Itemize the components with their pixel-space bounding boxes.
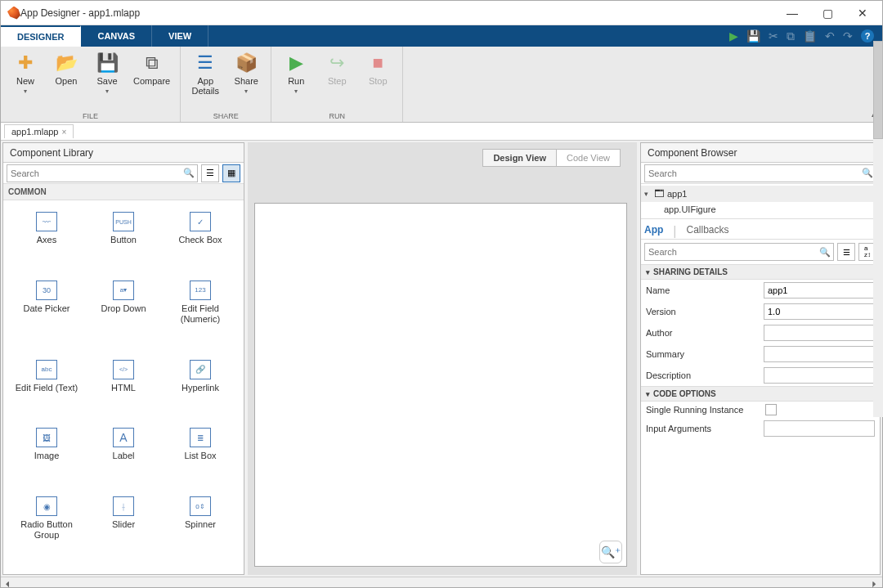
summary-input[interactable]	[764, 346, 875, 362]
browser-search-field[interactable]	[645, 168, 859, 178]
component-browser-panel: Component Browser 🔍 ▾ 🗔 app1 app.UIFigur…	[640, 142, 881, 575]
scroll-right-icon[interactable]: ⏵	[871, 579, 879, 588]
component-edit-numeric[interactable]: 123Edit Field (Numeric)	[162, 274, 239, 353]
component-axes[interactable]: 〰Axes	[8, 205, 85, 274]
scrollbar-thumb[interactable]	[873, 41, 883, 139]
list-view-button[interactable]: ☰	[201, 164, 219, 182]
cut-icon[interactable]: ✂	[769, 29, 778, 43]
main-tabstrip: DESIGNER CANVAS VIEW ▶ 💾 ✂ ⧉ 📋 ↶ ↷ ?	[1, 25, 882, 47]
run-button[interactable]: ▶ Run ▾	[278, 50, 314, 97]
stop-button[interactable]: ■ Stop	[360, 50, 396, 88]
code-view-button[interactable]: Code View	[557, 150, 620, 166]
tab-app[interactable]: App	[644, 224, 663, 239]
prop-author: Author	[641, 322, 880, 343]
design-canvas-panel: Design View Code View 🔍⁺	[248, 142, 637, 575]
open-button[interactable]: 📂 Open	[48, 50, 84, 88]
uifigure-canvas[interactable]	[254, 203, 627, 567]
category-sort-button[interactable]: ☰	[837, 243, 855, 261]
property-search-field[interactable]	[645, 247, 817, 257]
tab-canvas[interactable]: CANVAS	[81, 25, 152, 47]
browser-search-input[interactable]: 🔍	[644, 164, 876, 182]
zoom-in-icon: 🔍⁺	[601, 545, 621, 559]
name-input[interactable]	[764, 282, 875, 298]
doc-tab-app1[interactable]: app1.mlapp ×	[4, 124, 74, 138]
radio-icon: ◉	[36, 496, 57, 516]
code-options-section[interactable]: ▾ CODE OPTIONS	[641, 386, 880, 402]
chevron-down-icon: ▾	[646, 390, 650, 398]
tree-expand-icon[interactable]: ▾	[644, 190, 654, 198]
component-image[interactable]: 🖼Image	[8, 421, 85, 490]
author-input[interactable]	[764, 325, 875, 341]
input-args-input[interactable]	[764, 420, 875, 437]
save-icon[interactable]: 💾	[746, 29, 760, 43]
library-scrollbar[interactable]	[873, 41, 883, 417]
doc-tab-close-icon[interactable]: ×	[62, 128, 67, 137]
tab-callbacks[interactable]: Callbacks	[686, 224, 728, 239]
property-search-input[interactable]: 🔍	[644, 243, 834, 261]
library-search-field[interactable]	[7, 168, 181, 178]
horizontal-scrollbar[interactable]: ⏴ ⏵	[1, 577, 882, 588]
step-button[interactable]: ↪ Step	[319, 50, 355, 88]
component-checkbox[interactable]: ✓Check Box	[162, 205, 239, 274]
tree-node-label: app.UIFigure	[664, 204, 716, 214]
app-details-button[interactable]: ☰ App Details	[187, 50, 223, 97]
document-tabs: app1.mlapp ×	[1, 123, 882, 141]
tree-node-uifigure[interactable]: app.UIFigure	[641, 202, 880, 217]
run-play-icon: ▶	[289, 52, 303, 74]
label-icon: A	[113, 428, 134, 447]
library-search-input[interactable]: 🔍	[7, 164, 198, 182]
file-group-label: FILE	[7, 112, 173, 122]
component-radio-group[interactable]: ◉Radio Button Group	[8, 490, 85, 569]
common-category-label: COMMON	[3, 184, 244, 200]
title-bar: App Designer - app1.mlapp — ▢ ✕	[1, 1, 882, 25]
component-slider[interactable]: ⟊Slider	[85, 490, 162, 569]
component-browser-title: Component Browser	[641, 143, 880, 163]
help-icon[interactable]: ?	[861, 29, 874, 43]
tab-view[interactable]: VIEW	[152, 25, 208, 47]
chevron-down-icon: ▾	[646, 268, 650, 276]
component-html[interactable]: </>HTML	[85, 353, 162, 422]
description-input[interactable]	[764, 367, 875, 384]
grid-view-button[interactable]: ▦	[222, 164, 240, 182]
sharing-details-section[interactable]: ▾ SHARING DETAILS	[641, 264, 880, 280]
run-icon[interactable]: ▶	[729, 29, 738, 43]
component-dropdown[interactable]: a▾Drop Down	[85, 274, 162, 353]
copy-icon[interactable]: ⧉	[787, 29, 795, 43]
component-date-picker[interactable]: 30Date Picker	[8, 274, 85, 353]
component-edit-text[interactable]: abcEdit Field (Text)	[8, 353, 85, 422]
tab-designer[interactable]: DESIGNER	[1, 25, 81, 47]
component-spinner[interactable]: 0⇕Spinner	[162, 490, 239, 569]
tree-node-app1[interactable]: ▾ 🗔 app1	[641, 186, 880, 202]
dropdown-arrow-icon: ▾	[24, 88, 27, 95]
compare-button[interactable]: ⧉ Compare	[130, 50, 173, 88]
prop-description: Description	[641, 365, 880, 386]
search-icon[interactable]: 🔍	[181, 168, 197, 178]
maximize-button[interactable]: ▢	[818, 5, 838, 21]
dropdown-icon: a▾	[113, 281, 134, 300]
component-hyperlink[interactable]: 🔗Hyperlink	[162, 353, 239, 422]
new-button[interactable]: ✚ New ▾	[7, 50, 43, 97]
search-icon[interactable]: 🔍	[817, 247, 833, 258]
redo-icon[interactable]: ↷	[843, 29, 853, 43]
design-view-button[interactable]: Design View	[483, 150, 557, 166]
component-button[interactable]: PUSHButton	[85, 205, 162, 274]
share-button[interactable]: 📦 Share ▾	[228, 50, 264, 97]
component-label[interactable]: ALabel	[85, 421, 162, 490]
scroll-left-icon[interactable]: ⏴	[4, 579, 12, 588]
step-icon: ↪	[329, 52, 344, 74]
zoom-fit-button[interactable]: 🔍⁺	[599, 541, 622, 563]
button-icon: PUSH	[113, 212, 134, 231]
edit-numeric-icon: 123	[190, 281, 211, 300]
close-button[interactable]: ✕	[853, 5, 872, 21]
save-button[interactable]: 💾 Save ▾	[89, 50, 125, 97]
single-instance-checkbox[interactable]	[765, 404, 777, 415]
image-icon: 🖼	[36, 428, 57, 447]
edit-text-icon: abc	[36, 360, 57, 379]
undo-icon[interactable]: ↶	[825, 29, 835, 43]
component-listbox[interactable]: ≣List Box	[162, 421, 239, 490]
version-input[interactable]	[764, 303, 875, 320]
component-library-panel: Component Library 🔍 ☰ ▦ COMMON 〰Axes PUS…	[2, 142, 244, 575]
minimize-button[interactable]: —	[782, 5, 803, 21]
dropdown-arrow-icon: ▾	[244, 88, 248, 95]
paste-icon[interactable]: 📋	[803, 29, 817, 43]
